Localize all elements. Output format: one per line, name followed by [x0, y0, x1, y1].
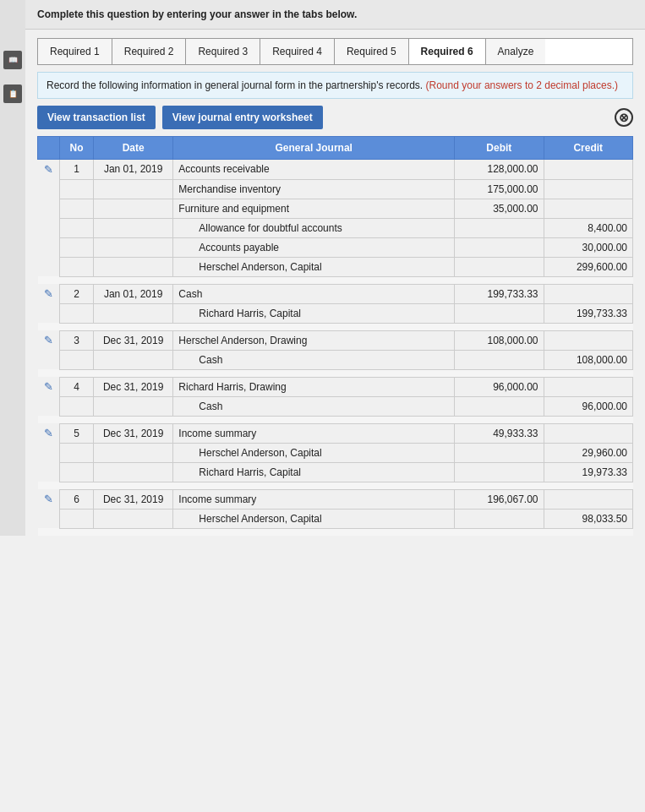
entry-date: Jan 01, 2019: [94, 284, 173, 303]
entry-number: 6: [60, 489, 94, 509]
entry-number: [60, 396, 94, 416]
info-bar: Record the following information in gene…: [37, 72, 633, 99]
entry-credit: [544, 199, 632, 218]
tab-required-4[interactable]: Required 4: [260, 39, 335, 64]
spacer-row: [38, 323, 633, 330]
entry-date: Dec 31, 2019: [94, 330, 173, 350]
entry-number: 1: [60, 160, 94, 180]
edit-icon[interactable]: ✎: [38, 160, 60, 180]
journal-table: No Date General Journal Debit Credit ✎1J…: [37, 136, 633, 536]
entry-description: Furniture and equipment: [173, 199, 455, 218]
entry-date: Dec 31, 2019: [94, 377, 173, 396]
entry-credit: [544, 179, 632, 199]
table-row: Accounts payable30,000.00: [38, 237, 633, 257]
entry-debit: [455, 462, 544, 482]
entry-number: [60, 509, 94, 528]
entry-date: [94, 396, 173, 416]
tab-required-1[interactable]: Required 1: [38, 39, 112, 64]
entry-debit: 108,000.00: [455, 330, 544, 350]
entry-credit: [544, 160, 632, 180]
entry-date: [94, 237, 173, 257]
entry-date: [94, 199, 173, 218]
table-row: Cash108,000.00: [38, 350, 633, 369]
tab-required-3[interactable]: Required 3: [186, 39, 260, 64]
instruction-text: Complete this question by entering your …: [37, 8, 357, 20]
table-row: Herschel Anderson, Capital29,960.00: [38, 443, 633, 462]
table-row: Allowance for doubtful accounts8,400.00: [38, 218, 633, 237]
main-content: Complete this question by entering your …: [25, 0, 645, 536]
entry-date: Dec 31, 2019: [94, 489, 173, 509]
tab-analyze[interactable]: Analyze: [486, 39, 546, 64]
book-icon[interactable]: 📖: [3, 51, 22, 69]
references-icon[interactable]: 📋: [3, 84, 22, 103]
entry-credit: 19,973.33: [544, 462, 632, 482]
table-row: Herschel Anderson, Capital98,033.50: [38, 509, 633, 528]
entry-description: Herschel Anderson, Capital: [173, 443, 455, 462]
entry-description: Accounts payable: [173, 237, 455, 257]
entry-description: Allowance for doubtful accounts: [173, 218, 455, 237]
table-row: ✎3Dec 31, 2019Herschel Anderson, Drawing…: [38, 330, 633, 350]
entry-number: [60, 218, 94, 237]
entry-number: 4: [60, 377, 94, 396]
entry-debit: 35,000.00: [455, 199, 544, 218]
spacer-row: [38, 528, 633, 536]
close-icon[interactable]: ⊗: [615, 108, 633, 127]
entry-number: [60, 179, 94, 199]
entry-credit: 8,400.00: [544, 218, 632, 237]
entry-number: 5: [60, 423, 94, 443]
entry-number: [60, 257, 94, 276]
entry-number: [60, 303, 94, 323]
col-header-general-journal: General Journal: [173, 137, 455, 160]
entry-credit: [544, 330, 632, 350]
entry-debit: 175,000.00: [455, 179, 544, 199]
col-header-credit: Credit: [544, 137, 632, 160]
col-header-debit: Debit: [455, 137, 544, 160]
entry-number: 3: [60, 330, 94, 350]
table-row: Herschel Anderson, Capital299,600.00: [38, 257, 633, 276]
entry-number: [60, 199, 94, 218]
view-transaction-list-button[interactable]: View transaction list: [37, 106, 156, 129]
entry-description: Herschel Anderson, Drawing: [173, 330, 455, 350]
entry-date: [94, 257, 173, 276]
entry-debit: [455, 443, 544, 462]
entry-credit: 96,000.00: [544, 396, 632, 416]
tab-required-6[interactable]: Required 6: [409, 39, 486, 64]
edit-icon[interactable]: ✎: [38, 489, 60, 509]
entry-date: [94, 443, 173, 462]
info-text: Record the following information in gene…: [46, 79, 426, 91]
entry-date: [94, 509, 173, 528]
tab-required-5[interactable]: Required 5: [335, 39, 409, 64]
spacer-row: [38, 482, 633, 489]
table-row: ✎4Dec 31, 2019Richard Harris, Drawing96,…: [38, 377, 633, 396]
entry-debit: 49,933.33: [455, 423, 544, 443]
tab-required-2[interactable]: Required 2: [112, 39, 187, 64]
entry-credit: 30,000.00: [544, 237, 632, 257]
entry-credit: 98,033.50: [544, 509, 632, 528]
entry-date: [94, 218, 173, 237]
entry-description: Merchandise inventory: [173, 179, 455, 199]
entry-debit: [455, 396, 544, 416]
button-row: View transaction list View journal entry…: [37, 106, 633, 129]
entry-debit: 128,000.00: [455, 160, 544, 180]
table-row: ✎5Dec 31, 2019Income summary49,933.33: [38, 423, 633, 443]
entry-credit: [544, 284, 632, 303]
entry-credit: 29,960.00: [544, 443, 632, 462]
table-row: ✎2Jan 01, 2019Cash199,733.33: [38, 284, 633, 303]
edit-icon[interactable]: ✎: [38, 423, 60, 443]
entry-credit: [544, 423, 632, 443]
table-row: Merchandise inventory175,000.00: [38, 179, 633, 199]
entry-description: Cash: [173, 284, 455, 303]
entry-debit: [455, 237, 544, 257]
entry-credit: 108,000.00: [544, 350, 632, 369]
entry-description: Income summary: [173, 423, 455, 443]
view-journal-entry-worksheet-button[interactable]: View journal entry worksheet: [162, 106, 323, 129]
edit-icon[interactable]: ✎: [38, 330, 60, 350]
edit-icon[interactable]: ✎: [38, 284, 60, 303]
edit-icon[interactable]: ✎: [38, 377, 60, 396]
entry-number: [60, 462, 94, 482]
entry-credit: 199,733.33: [544, 303, 632, 323]
entry-number: 2: [60, 284, 94, 303]
entry-description: Accounts receivable: [173, 160, 455, 180]
entry-debit: [455, 257, 544, 276]
entry-description: Cash: [173, 396, 455, 416]
